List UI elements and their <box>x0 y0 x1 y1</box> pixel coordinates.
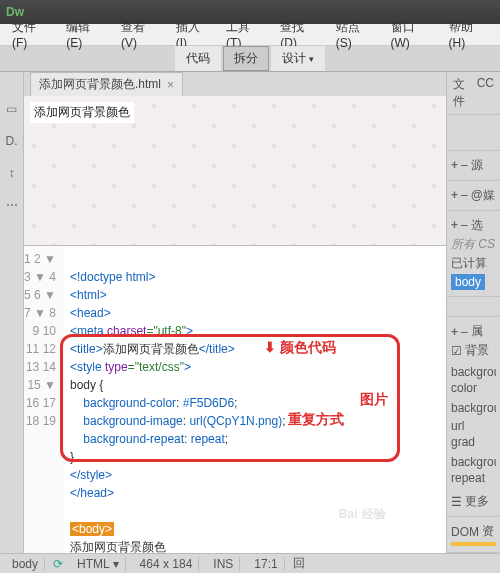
selector-body[interactable]: body <box>451 274 485 290</box>
tool-icon[interactable]: ▭ <box>4 102 20 116</box>
live-preview[interactable]: 添加网页背景颜色 <box>24 96 446 246</box>
minus-icon[interactable]: – <box>461 188 468 202</box>
sources-section <box>447 115 500 151</box>
panel-sec3: + – 选 所有 CS 已计算 body <box>447 211 500 297</box>
annotation-colorcode: 颜色代码 <box>280 338 336 356</box>
hint-badge <box>451 542 496 546</box>
menu-bar: 文件(F) 编辑(E) 查看(V) 插入(I) 工具(T) 查找(D) 站点(S… <box>0 24 500 46</box>
status-bar: body ⟳ HTML ▾ 464 x 184 INS 17:1 回 <box>0 553 500 573</box>
tab-title: 添加网页背景颜色.html <box>39 76 161 93</box>
tab-close-icon[interactable]: × <box>167 78 174 92</box>
panel-sec1: + – 源 <box>447 151 500 181</box>
menu-site[interactable]: 站点(S) <box>328 19 383 50</box>
document-tab[interactable]: 添加网页背景颜色.html × <box>30 72 183 96</box>
panel-spacer <box>447 297 500 317</box>
plus-icon[interactable]: + <box>451 188 458 202</box>
menu-help[interactable]: 帮助(H) <box>441 19 496 50</box>
status-dimensions[interactable]: 464 x 184 <box>134 557 200 571</box>
left-toolbar: ▭ D. ↕ ⋯ <box>0 72 24 553</box>
minus-icon[interactable]: – <box>461 218 468 232</box>
line-gutter: 1 2 ▼ 3 ▼ 4 5 6 ▼ 7 ▼ 8 9 10 11 12 13 14… <box>24 246 64 553</box>
menu-window[interactable]: 窗口(W) <box>383 19 441 50</box>
document-tabbar: 添加网页背景颜色.html × <box>24 72 446 96</box>
panel-dom: DOM 资 <box>447 517 500 553</box>
view-code-button[interactable]: 代码 <box>175 46 221 71</box>
annotation-image: 图片 <box>360 390 388 408</box>
editor-area: 添加网页背景颜色.html × 添加网页背景颜色 1 2 ▼ 3 ▼ 4 5 6… <box>24 72 446 553</box>
right-tabs: 文件 CC <box>447 72 500 115</box>
status-path[interactable]: body <box>6 557 45 571</box>
tab-cc[interactable]: CC <box>477 76 494 110</box>
annotation-arrow: ⬇ <box>264 338 276 356</box>
minus-icon[interactable]: – <box>461 325 468 339</box>
plus-icon[interactable]: + <box>451 325 458 339</box>
main-area: ▭ D. ↕ ⋯ 添加网页背景颜色.html × 添加网页背景颜色 1 2 ▼ … <box>0 72 500 553</box>
code-editor[interactable]: 1 2 ▼ 3 ▼ 4 5 6 ▼ 7 ▼ 8 9 10 11 12 13 14… <box>24 246 446 553</box>
right-panel: 文件 CC + – 源 + – @媒 + – 选 所有 CS 已计算 body … <box>446 72 500 553</box>
view-split-button[interactable]: 拆分 <box>223 46 269 71</box>
app-logo: Dw <box>6 5 24 19</box>
status-lang[interactable]: HTML ▾ <box>71 557 126 571</box>
tool-icon[interactable]: ↕ <box>4 166 20 180</box>
view-design-button[interactable]: 设计 <box>271 46 325 71</box>
panel-props: + – 属 ☑ 背景 backgroun color backgroun url… <box>447 317 500 517</box>
status-cursor: 17:1 <box>248 557 284 571</box>
plus-icon[interactable]: + <box>451 218 458 232</box>
menu-view[interactable]: 查看(V) <box>113 19 168 50</box>
tool-icon[interactable]: ⋯ <box>4 198 20 212</box>
preview-text: 添加网页背景颜色 <box>30 102 134 123</box>
annotation-repeat: 重复方式 <box>288 410 344 428</box>
status-ins: INS <box>207 557 240 571</box>
menu-file[interactable]: 文件(F) <box>4 19 58 50</box>
status-sync-icon[interactable]: ⟳ <box>53 557 63 571</box>
code-lines[interactable]: <!doctype html> <html> <head> <meta char… <box>64 246 446 553</box>
plus-icon[interactable]: + <box>451 158 458 172</box>
menu-edit[interactable]: 编辑(E) <box>58 19 113 50</box>
panel-sec2: + – @媒 <box>447 181 500 211</box>
tab-files[interactable]: 文件 <box>453 76 471 110</box>
minus-icon[interactable]: – <box>461 158 468 172</box>
status-enc[interactable]: 回 <box>293 555 305 572</box>
tool-icon[interactable]: D. <box>4 134 20 148</box>
